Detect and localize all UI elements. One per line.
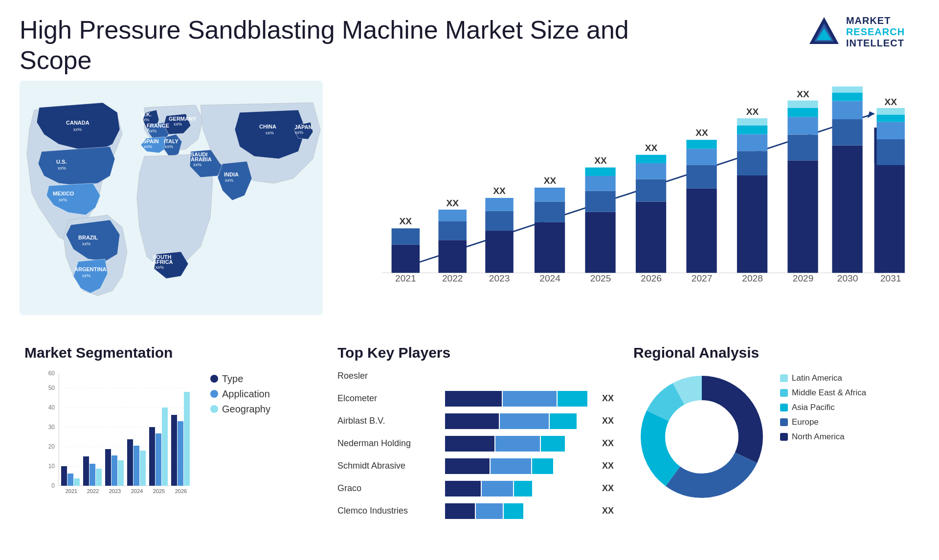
bar-chart-section: XX 2021 XX 2022 XX 2023 XX 2024: [328, 81, 919, 335]
svg-text:2022: 2022: [87, 488, 99, 494]
svg-rect-29: [485, 211, 514, 231]
mea-color: [780, 389, 788, 397]
svg-text:2028: 2028: [742, 273, 763, 283]
svg-rect-30: [485, 198, 514, 211]
svg-rect-59: [737, 125, 767, 134]
japan-label: JAPAN: [294, 124, 313, 130]
svg-text:30: 30: [48, 424, 55, 431]
player-airblast: Airblast B.V. XX: [337, 413, 614, 429]
svg-rect-24: [438, 240, 467, 273]
svg-text:ARABIA: ARABIA: [191, 156, 212, 162]
world-map: CANADA xx% U.S. xx% MEXICO xx% BRAZIL xx…: [20, 81, 323, 315]
svg-text:2024: 2024: [131, 488, 143, 494]
svg-rect-85: [877, 122, 905, 139]
svg-text:xx%: xx%: [82, 273, 90, 278]
svg-text:XX: XX: [594, 155, 607, 166]
svg-text:2026: 2026: [641, 273, 662, 283]
north-america-color: [780, 433, 788, 441]
svg-text:AFRICA: AFRICA: [153, 259, 173, 265]
svg-text:xx%: xx%: [73, 127, 82, 132]
regional-section: Regional Analysis: [624, 340, 919, 560]
legend-application: Application: [210, 388, 270, 400]
svg-rect-117: [127, 439, 133, 486]
svg-rect-122: [156, 433, 161, 486]
player-graco: Graco XX: [337, 481, 614, 496]
svg-text:xx%: xx%: [82, 241, 90, 246]
svg-rect-113: [105, 449, 111, 486]
svg-rect-67: [787, 100, 818, 108]
us-label: U.S.: [56, 159, 67, 165]
spain-label: SPAIN: [143, 138, 159, 144]
svg-text:XX: XX: [493, 186, 506, 196]
regional-bottom: Latin America Middle East & Africa Asia …: [633, 368, 910, 505]
svg-rect-44: [636, 201, 666, 273]
svg-rect-66: [787, 108, 818, 117]
svg-text:XX: XX: [695, 128, 708, 138]
svg-rect-25: [438, 221, 467, 240]
svg-text:xx%: xx%: [266, 130, 274, 135]
svg-rect-83: [877, 165, 905, 273]
legend-asia-pacific: Asia Pacific: [780, 403, 866, 412]
svg-rect-114: [112, 455, 117, 486]
key-players-title: Top Key Players: [337, 345, 614, 361]
svg-rect-34: [535, 201, 565, 222]
svg-rect-123: [162, 408, 168, 486]
france-label: FRANCE: [147, 123, 169, 129]
regional-title: Regional Analysis: [633, 345, 910, 361]
svg-rect-106: [67, 474, 73, 486]
donut-chart: [633, 368, 770, 505]
svg-rect-46: [636, 163, 666, 179]
svg-text:10: 10: [48, 463, 55, 470]
svg-text:40: 40: [48, 404, 55, 411]
svg-rect-118: [134, 446, 139, 486]
svg-rect-63: [787, 160, 818, 273]
china-label: CHINA: [259, 124, 276, 129]
uk-label: U.K.: [141, 111, 152, 117]
svg-rect-50: [686, 189, 716, 273]
graco-bar: [445, 481, 594, 496]
svg-text:xx%: xx%: [141, 117, 149, 122]
svg-text:2031: 2031: [880, 273, 901, 283]
svg-rect-51: [686, 165, 716, 189]
svg-rect-121: [149, 427, 155, 486]
canada-label: CANADA: [66, 120, 89, 126]
seg-chart: 0 10 20 30 40 50 60 2021 2022: [24, 368, 201, 505]
svg-rect-41: [585, 167, 615, 175]
page-title: High Pressure Sandblasting Machine Marke…: [20, 15, 655, 76]
svg-rect-39: [585, 191, 615, 212]
svg-rect-87: [877, 108, 905, 114]
svg-rect-86: [877, 114, 905, 122]
logo-icon: [807, 15, 841, 49]
bar-seg-blue: [503, 391, 557, 407]
svg-rect-109: [83, 456, 89, 486]
player-elcometer: Elcometer XX: [337, 391, 614, 407]
svg-rect-35: [535, 188, 565, 202]
svg-rect-70: [832, 145, 862, 273]
svg-rect-33: [535, 222, 565, 273]
clemco-bar: [445, 503, 594, 519]
svg-text:50: 50: [48, 385, 55, 391]
svg-text:2029: 2029: [793, 273, 814, 283]
svg-point-134: [670, 405, 734, 469]
header: High Pressure Sandblasting Machine Marke…: [0, 0, 939, 81]
bottom-left: Market Segmentation 0 10 20 30 40 50: [20, 340, 323, 560]
svg-text:2024: 2024: [539, 273, 560, 283]
legend-europe: Europe: [780, 417, 866, 427]
nederman-bar: [445, 436, 594, 452]
elcometer-bar: [445, 391, 594, 407]
svg-rect-60: [737, 118, 767, 125]
legend-latin-america: Latin America: [780, 373, 866, 383]
svg-rect-57: [737, 151, 767, 175]
bar-2021-blue: [392, 228, 420, 245]
player-nederman: Nederman Holding XX: [337, 436, 614, 452]
svg-rect-45: [636, 179, 666, 201]
svg-rect-110: [89, 464, 95, 486]
germany-label: GERMANY: [169, 116, 197, 122]
regional-legend: Latin America Middle East & Africa Asia …: [780, 373, 866, 442]
application-dot: [210, 390, 218, 398]
legend-north-america: North America: [780, 432, 866, 442]
schmidt-bar: [445, 458, 594, 474]
svg-rect-119: [140, 451, 146, 486]
svg-rect-73: [832, 92, 862, 101]
svg-rect-58: [737, 134, 767, 151]
